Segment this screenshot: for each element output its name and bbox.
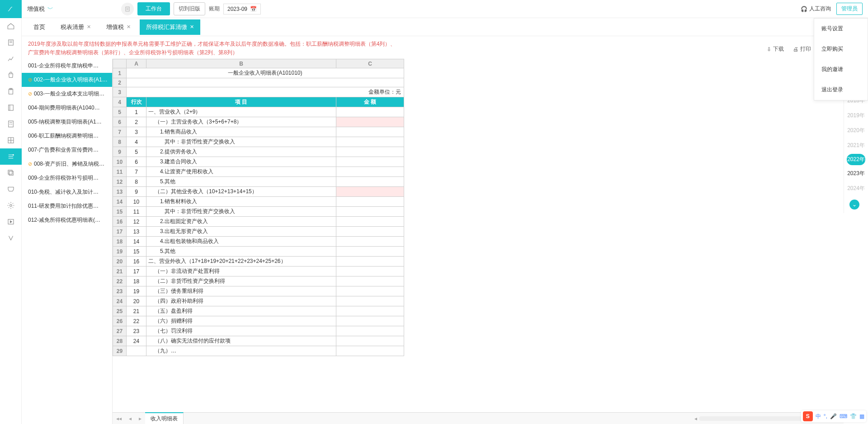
report-list-item[interactable]: ⊘003-一般企业成本支出明细…	[22, 87, 112, 101]
year-more-icon[interactable]: ⌄	[849, 200, 859, 210]
ime-toolbar: S 中 °, 🎤 ⌨ 👕 ▦	[801, 410, 866, 422]
period-label: 账期	[209, 5, 220, 13]
menu-buy-now[interactable]: 立即购买	[814, 39, 868, 59]
warn-icon: ⊘	[28, 161, 32, 167]
ime-skin-icon[interactable]: 👕	[850, 413, 857, 419]
sheet-nav-first-icon[interactable]: ◂◂	[113, 415, 125, 422]
ime-logo-icon[interactable]: S	[803, 411, 813, 421]
menu-account-settings[interactable]: 账号设置	[814, 19, 868, 39]
sheet-nav-next-icon[interactable]: ▸	[135, 415, 145, 422]
chevron-down-icon: ﹀	[47, 5, 53, 13]
close-icon[interactable]: ✕	[190, 24, 194, 30]
warn-icon: ⊘	[28, 91, 32, 97]
year-item[interactable]: 2019年	[844, 108, 868, 123]
page-tab[interactable]: 增值税✕	[100, 19, 137, 35]
sheet-icon[interactable]	[121, 3, 134, 15]
nav-home-icon[interactable]	[0, 18, 22, 34]
admin-button[interactable]: 管理员	[836, 3, 863, 15]
svg-point-9	[9, 205, 12, 207]
nav-bag-icon[interactable]	[0, 67, 22, 83]
ime-punct-icon[interactable]: °,	[824, 413, 827, 419]
spreadsheet[interactable]: ABC1一般企业收入明细表(A101010)23金额单位：元4行次项 目金 额5…	[113, 59, 404, 356]
nav-doc-icon[interactable]	[0, 34, 22, 51]
top-bar: 增值税 ﹀ 工作台 切到旧版 账期 2023-09 📅 🎧 人工咨询 管理员	[22, 0, 868, 18]
download-button[interactable]: ⇩ 下载	[767, 45, 784, 53]
report-list-item[interactable]: 006-职工薪酬纳税调整明细…	[22, 129, 112, 143]
ime-menu-icon[interactable]: ▦	[859, 413, 864, 419]
nav-clipboard-icon[interactable]	[0, 83, 22, 100]
menu-my-invite[interactable]: 我的邀请	[814, 59, 868, 80]
nav-grid-icon[interactable]	[0, 132, 22, 148]
svg-rect-8	[8, 170, 12, 174]
page-tab[interactable]: 税表清册✕	[54, 19, 97, 35]
ime-mic-icon[interactable]: 🎤	[830, 413, 837, 419]
svg-rect-7	[9, 171, 13, 175]
report-list-item[interactable]: 004-期间费用明细表(A1040…	[22, 101, 112, 115]
report-list-item[interactable]: 005-纳税调整项目明细表(A1…	[22, 115, 112, 129]
nav-book-icon[interactable]	[0, 100, 22, 116]
report-list-item[interactable]: 007-广告费和业务宣传费跨…	[22, 143, 112, 157]
switch-old-button[interactable]: 切到旧版	[174, 2, 205, 15]
warning-notice: 2019年度涉及取以前年度结转数据的申报表单元格需要手工维护正确，才能保证本年及…	[28, 40, 399, 57]
brand-logo	[0, 0, 22, 18]
year-item[interactable]: 2023年	[844, 166, 868, 181]
period-value: 2023-09	[227, 6, 247, 12]
report-list-item[interactable]: 010-免税、减计收入及加计…	[22, 185, 112, 199]
consult-link[interactable]: 🎧 人工咨询	[801, 5, 831, 13]
year-item[interactable]: 2024年	[844, 181, 868, 196]
report-list-item[interactable]: ⊘002-一般企业收入明细表(A1…	[22, 73, 112, 87]
svg-rect-4	[8, 121, 13, 127]
year-item[interactable]: 2021年	[844, 138, 868, 153]
menu-logout[interactable]: 退出登录	[814, 80, 868, 100]
calendar-icon: 📅	[250, 6, 257, 12]
year-item[interactable]: 2020年	[844, 123, 868, 138]
close-icon[interactable]: ✕	[127, 24, 131, 30]
tax-type-selector[interactable]: 增值税 ﹀	[27, 5, 118, 13]
svg-rect-3	[8, 105, 13, 110]
report-list-item[interactable]: 001-企业所得税年度纳税申…	[22, 59, 112, 73]
headset-icon: 🎧	[801, 6, 807, 12]
report-list-item[interactable]: 012-减免所得税优惠明细表(…	[22, 213, 112, 227]
report-list-item[interactable]: ⊘008-资产折旧、摊销及纳税…	[22, 157, 112, 171]
nav-inbox-icon[interactable]	[0, 181, 22, 197]
page-tab[interactable]: 所得税汇算清缴✕	[140, 19, 200, 35]
year-item[interactable]: 2022年	[847, 154, 865, 165]
page-tabs: 首页税表清册✕增值税✕所得税汇算清缴✕	[22, 18, 868, 36]
report-list-item[interactable]: 011-研发费用加计扣除优惠…	[22, 199, 112, 213]
warn-icon: ⊘	[28, 77, 32, 83]
report-list-item[interactable]: 009-企业所得税弥补亏损明…	[22, 171, 112, 185]
nav-copy-icon[interactable]	[0, 165, 22, 181]
workbench-button[interactable]: 工作台	[137, 2, 170, 15]
scroll-left-icon[interactable]: ◂	[694, 415, 697, 422]
nav-calc-icon[interactable]	[0, 116, 22, 132]
sheet-nav-prev-icon[interactable]: ◂	[125, 415, 135, 422]
page-tab[interactable]: 首页	[27, 19, 52, 35]
tax-type-label: 增值税	[27, 5, 45, 13]
nav-play-icon[interactable]	[0, 214, 22, 230]
close-icon[interactable]: ✕	[87, 24, 91, 30]
sheet-tabs-bar: ◂◂ ◂ ▸ 收入明细表 ◂ ▸	[113, 412, 844, 424]
nav-chart-icon[interactable]	[0, 51, 22, 67]
nav-v-icon[interactable]	[0, 230, 22, 246]
ime-lang[interactable]: 中	[816, 413, 821, 420]
nav-settings-icon[interactable]	[0, 197, 22, 214]
report-list: 001-企业所得税年度纳税申…⊘002-一般企业收入明细表(A1…⊘003-一般…	[22, 59, 112, 424]
ime-keyboard-icon[interactable]: ⌨	[840, 413, 847, 419]
nav-tax-icon[interactable]	[0, 148, 22, 165]
left-nav-rail	[0, 0, 22, 424]
svg-point-6	[12, 154, 14, 156]
user-dropdown-menu: 账号设置 立即购买 我的邀请 退出登录	[814, 18, 868, 100]
sheet-tab[interactable]: 收入明细表	[145, 412, 184, 424]
print-button[interactable]: 🖨 打印	[793, 45, 811, 53]
period-picker[interactable]: 2023-09 📅	[223, 4, 261, 14]
